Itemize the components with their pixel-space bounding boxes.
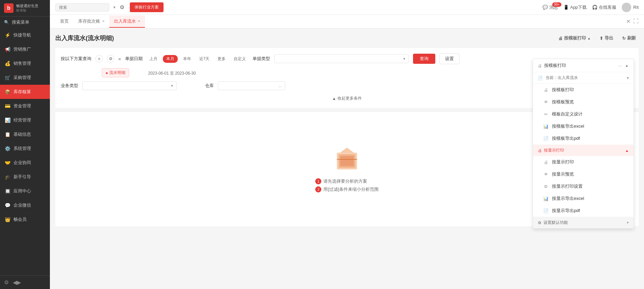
display-print-item[interactable]: 🖨 按显示打印 — [533, 156, 634, 168]
biz-type-dropdown-icon: ▾ — [171, 83, 173, 88]
date-last-month-btn[interactable]: 上月 — [147, 55, 160, 63]
print-icon-header: 🖨 — [538, 63, 542, 68]
warehouse-input[interactable]: ... — [218, 81, 285, 90]
warehouse-more-icon[interactable]: ... — [278, 83, 282, 88]
current-dropdown-icon[interactable]: ▾ — [627, 76, 629, 80]
sidebar-item-marketing[interactable]: 📢 营销推广 — [0, 42, 50, 56]
topbar: ▾ ⚙ 体验行业方案 💬 消息 99+ 📱 App下载 🎧 在线客服 Rit — [50, 0, 644, 15]
filter-scheme-tag[interactable]: ● 流水明细 — [102, 68, 129, 77]
template-export-excel-item[interactable]: 📊 按模板导出excel — [533, 120, 634, 132]
empty-state: 1 请先选择要分析的方案 2 用[过滤]条件来缩小分析范围 — [309, 126, 385, 213]
filter-add-btn[interactable]: + — [95, 55, 103, 62]
dropdown-collapse-icon[interactable]: ▲ — [625, 63, 629, 68]
sidebar-item-label: 系统管理 — [13, 146, 31, 152]
date-7days-btn[interactable]: 近7天 — [197, 55, 212, 63]
template-print-item-label: 按模板打印 — [552, 87, 574, 93]
date-current-month-btn[interactable]: 本月 — [163, 55, 178, 63]
topbar-dropdown-arrow[interactable]: ▾ — [113, 5, 116, 10]
trial-btn[interactable]: 体验行业方案 — [130, 2, 164, 12]
refresh-label: 刷新 — [627, 35, 636, 41]
topbar-search-input[interactable] — [55, 3, 109, 11]
tab-inventory-batch[interactable]: 库存批次账 × — [74, 16, 109, 28]
display-print-section-header[interactable]: 🖨 按显示打印 ▲ — [533, 145, 634, 156]
collapse-sidebar-icon[interactable]: ◀▶ — [13, 279, 21, 286]
date-current-year-btn[interactable]: 本年 — [180, 55, 194, 63]
biz-type-input[interactable]: ▾ — [82, 81, 177, 90]
sidebar-item-member[interactable]: 👑 畅会员 — [0, 212, 50, 227]
member-icon: 👑 — [4, 216, 11, 223]
display-preview-icon: 👁 — [543, 172, 549, 177]
app-version: 标准版 — [16, 8, 38, 13]
filter-collapse-btn[interactable]: « — [118, 56, 121, 61]
display-export-excel-item[interactable]: 📊 按显示导出excel — [533, 192, 634, 205]
tab-inout-flow[interactable]: 出入库流水 × — [109, 16, 145, 28]
display-print-collapse-icon[interactable]: ▲ — [625, 149, 629, 153]
tab-home[interactable]: 首页 — [55, 16, 74, 28]
default-settings-expand-icon[interactable]: ▾ — [627, 220, 629, 225]
template-custom-item[interactable]: ✏ 模板自定义设计 — [533, 108, 634, 120]
print-small-icon: 🖨 — [543, 87, 549, 93]
app-download-btn[interactable]: 📱 App下载 — [563, 4, 587, 10]
sidebar-item-apps[interactable]: 🔲 应用中心 — [0, 184, 50, 198]
tab-home-label: 首页 — [60, 18, 69, 24]
template-export-pdf-item[interactable]: 📄 按模板导出pdf — [533, 132, 634, 144]
date-custom-btn[interactable]: 自定义 — [231, 55, 248, 63]
sidebar-search-label: 搜索菜单 — [12, 19, 29, 25]
chevron-up-icon: ▲ — [587, 36, 591, 40]
svg-marker-4 — [340, 148, 354, 153]
export-label: 导出 — [605, 35, 613, 41]
template-preview-item[interactable]: 👁 按模板预览 — [533, 96, 634, 108]
sidebar-search-item[interactable]: 🔍 搜索菜单 — [0, 17, 50, 28]
template-print-item[interactable]: 🖨 按模板打印 — [533, 84, 634, 96]
search-icon: 🔍 — [4, 20, 9, 25]
display-export-pdf-label: 按显示导出pdf — [552, 208, 580, 214]
sidebar-item-guide[interactable]: 🎓 新手引导 — [0, 170, 50, 184]
marketing-icon: 📢 — [4, 46, 11, 53]
tab-inout-flow-close[interactable]: × — [138, 19, 140, 24]
window-close-btn[interactable]: ✕ — [626, 18, 631, 25]
display-print-item-label: 按显示打印 — [552, 159, 574, 165]
sidebar-item-label: 经营管理 — [13, 117, 31, 123]
hint-text-2: 用[过滤]条件来缩小分析范围 — [323, 186, 378, 192]
sidebar-item-quick-nav[interactable]: ⚡ 快捷导航 — [0, 28, 50, 42]
display-print-settings-item[interactable]: ⚙ 按显示打印设置 — [533, 180, 634, 192]
sidebar-item-system[interactable]: ⚙️ 系统管理 — [0, 141, 50, 156]
sidebar-item-wechat[interactable]: 💬 企业微信 — [0, 198, 50, 212]
more-options-icon[interactable]: ··· — [618, 63, 622, 68]
sidebar-item-sales[interactable]: 💰 销售管理 — [0, 56, 50, 71]
query-btn[interactable]: 查询 — [413, 54, 435, 64]
filter-settings-apply-btn[interactable]: 设置 — [439, 53, 460, 64]
refresh-btn[interactable]: ↻ 刷新 — [619, 34, 639, 43]
avatar — [622, 3, 631, 12]
topbar-gear-icon[interactable]: ⚙ — [120, 4, 124, 10]
sidebar-item-inventory[interactable]: 📦 库存核算 — [0, 85, 50, 99]
sidebar-item-finance[interactable]: 💳 资金管理 — [0, 99, 50, 113]
tab-inventory-batch-close[interactable]: × — [102, 19, 105, 24]
message-badge[interactable]: 💬 消息 99+ — [543, 4, 558, 10]
doc-type-input[interactable]: ▾ — [274, 54, 409, 63]
sidebar-item-purchase[interactable]: 🛒 采购管理 — [0, 71, 50, 85]
dropdown-header: 🖨 按模板打印 ··· ▲ — [533, 59, 634, 72]
display-preview-label: 按显示预览 — [552, 171, 574, 177]
window-expand-btn[interactable]: ⛶ — [633, 18, 639, 25]
display-export-pdf-item[interactable]: 📄 按显示导出pdf — [533, 205, 634, 217]
sidebar-logo: b 畅捷通好生意 标准版 — [0, 0, 50, 17]
user-name: Rit — [633, 5, 639, 10]
warehouse-label: 仓库 — [205, 83, 214, 89]
excel-icon: 📊 — [543, 124, 549, 129]
sidebar-item-cooperation[interactable]: 🤝 企业协同 — [0, 156, 50, 170]
filter-settings-btn[interactable]: ⚙ — [107, 55, 114, 62]
default-settings-header[interactable]: ⚙ 设置默认功能 ▾ — [533, 217, 634, 228]
customer-service-btn[interactable]: 🎧 在线客服 — [592, 4, 616, 10]
display-preview-item[interactable]: 👁 按显示预览 — [533, 168, 634, 180]
hint-num-1: 1 — [315, 178, 321, 184]
settings-icon[interactable]: ⚙ — [4, 279, 9, 286]
page-title: 出入库流水(流水明细) — [55, 34, 114, 42]
user-profile[interactable]: Rit — [622, 3, 639, 12]
export-btn[interactable]: ⬆ 导出 — [597, 34, 616, 43]
biz-type-label: 业务类型 — [61, 83, 78, 89]
sidebar-item-operation[interactable]: 📊 经营管理 — [0, 113, 50, 127]
template-print-btn[interactable]: 🖨 按模板打印 ▲ — [556, 34, 593, 43]
sidebar-item-basic[interactable]: 📋 基础信息 — [0, 127, 50, 141]
date-more-btn[interactable]: 更多 — [215, 55, 228, 63]
